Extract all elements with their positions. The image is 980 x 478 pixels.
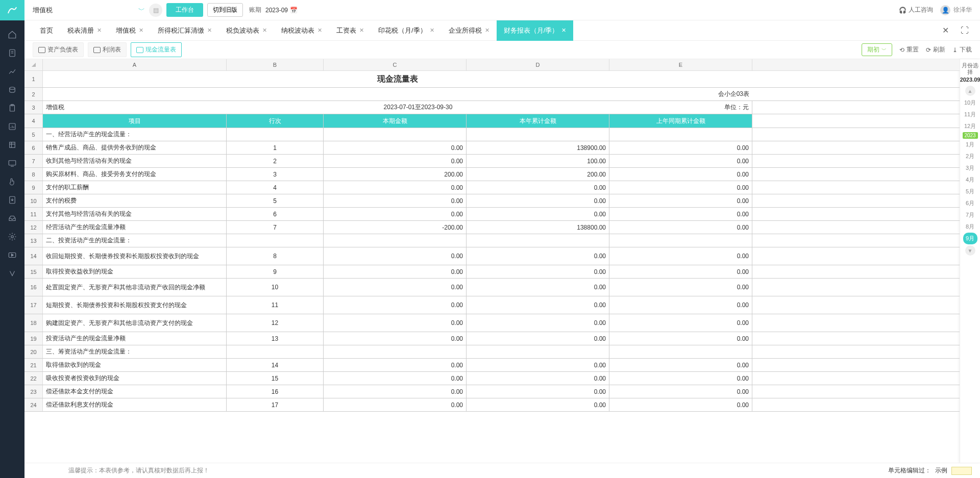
close-icon[interactable]: ✕ bbox=[139, 27, 143, 34]
cell[interactable]: 0.00 bbox=[467, 372, 609, 385]
cell[interactable] bbox=[324, 128, 467, 141]
cell[interactable]: 0.00 bbox=[324, 398, 467, 411]
subtab-资产负债表[interactable]: 资产负债表 bbox=[33, 42, 84, 57]
cell[interactable]: 0.00 bbox=[609, 372, 752, 385]
note-icon-button[interactable]: ▤ bbox=[149, 4, 162, 17]
cell[interactable]: 购建固定资产、无形资产和其他非流动资产支付的现金 bbox=[43, 314, 227, 332]
cell[interactable]: 支付的税费 bbox=[43, 194, 227, 207]
cell[interactable]: 0.00 bbox=[609, 314, 752, 332]
cell[interactable]: 7 bbox=[227, 221, 324, 234]
cell[interactable]: 3 bbox=[227, 168, 324, 181]
cell[interactable] bbox=[227, 128, 324, 141]
close-all-icon[interactable]: ✕ bbox=[938, 23, 952, 38]
cell[interactable]: 0.00 bbox=[324, 181, 467, 194]
cell[interactable]: 0.00 bbox=[467, 181, 609, 194]
cell[interactable]: 0.00 bbox=[467, 208, 609, 220]
download-button[interactable]: ⤓下载 bbox=[952, 45, 972, 54]
cell[interactable]: -200.00 bbox=[324, 221, 467, 234]
meta-company[interactable]: 增值税 bbox=[43, 101, 227, 114]
cell[interactable]: 11 bbox=[227, 296, 324, 314]
cell[interactable]: 支付的职工薪酬 bbox=[43, 181, 227, 194]
tab-财务报表（月/季）[interactable]: 财务报表（月/季）✕ bbox=[497, 20, 574, 41]
cell[interactable]: 0.00 bbox=[324, 359, 467, 371]
cell[interactable]: 0.00 bbox=[324, 265, 467, 278]
tab-印花税（月/季）[interactable]: 印花税（月/季）✕ bbox=[371, 20, 442, 41]
cell[interactable]: 0.00 bbox=[324, 247, 467, 265]
cell[interactable]: 0.00 bbox=[467, 314, 609, 332]
cell[interactable]: 200.00 bbox=[324, 168, 467, 181]
cell[interactable]: 14 bbox=[227, 359, 324, 371]
nav-screen-icon[interactable] bbox=[0, 154, 24, 172]
cell[interactable]: 收到其他与经营活动有关的现金 bbox=[43, 155, 227, 167]
meta-period[interactable]: 2023-07-01至2023-09-30 bbox=[227, 101, 609, 114]
cell[interactable]: 0.00 bbox=[324, 155, 467, 167]
company-selector[interactable]: 增值税 ﹀ bbox=[33, 6, 145, 15]
header-item[interactable]: 项目 bbox=[43, 114, 227, 128]
month-option[interactable]: 1月 bbox=[960, 139, 980, 150]
cell[interactable]: 5 bbox=[227, 194, 324, 207]
cell[interactable]: 0.00 bbox=[609, 398, 752, 411]
reset-button[interactable]: ⟲重置 bbox=[899, 45, 919, 54]
cell[interactable] bbox=[609, 234, 752, 247]
close-icon[interactable]: ✕ bbox=[97, 27, 102, 34]
month-option[interactable]: 5月 bbox=[960, 186, 980, 197]
fullscreen-icon[interactable]: ⛶ bbox=[958, 23, 972, 38]
cell[interactable]: 2 bbox=[227, 155, 324, 167]
nav-v-icon[interactable] bbox=[0, 264, 24, 283]
workbench-button[interactable]: 工作台 bbox=[166, 3, 203, 17]
cell[interactable]: 0.00 bbox=[609, 208, 752, 220]
tab-税表清册[interactable]: 税表清册✕ bbox=[60, 20, 109, 41]
header-current[interactable]: 本期金额 bbox=[324, 114, 467, 128]
cell[interactable]: 处置固定资产、无形资产和其他非流动资产收回的现金净额 bbox=[43, 279, 227, 296]
cell[interactable]: 三、筹资活动产生的现金流量： bbox=[43, 345, 227, 358]
cell[interactable] bbox=[227, 345, 324, 358]
cell[interactable]: 0.00 bbox=[467, 247, 609, 265]
cell[interactable]: 投资活动产生的现金流量净额 bbox=[43, 332, 227, 345]
nav-doc-icon[interactable] bbox=[0, 44, 24, 62]
cell[interactable]: 0.00 bbox=[609, 221, 752, 234]
cell[interactable]: 0.00 bbox=[609, 155, 752, 167]
cell[interactable]: 0.00 bbox=[609, 247, 752, 265]
cell[interactable]: 0.00 bbox=[467, 359, 609, 371]
cell[interactable]: 取得借款收到的现金 bbox=[43, 359, 227, 371]
cell[interactable]: 短期投资、长期债券投资和长期股权投资支付的现金 bbox=[43, 296, 227, 314]
month-option[interactable]: 2月 bbox=[960, 150, 980, 162]
cell[interactable]: 0.00 bbox=[467, 398, 609, 411]
month-option[interactable]: 4月 bbox=[960, 174, 980, 186]
cell[interactable]: 0.00 bbox=[609, 296, 752, 314]
cell[interactable]: 二、投资活动产生的现金流量： bbox=[43, 234, 227, 247]
tab-增值税[interactable]: 增值税✕ bbox=[109, 20, 151, 41]
tab-首页[interactable]: 首页 bbox=[33, 20, 60, 41]
col-header-a[interactable]: A bbox=[43, 59, 227, 70]
nav-inbox-icon[interactable] bbox=[0, 209, 24, 228]
close-icon[interactable]: ✕ bbox=[207, 27, 212, 34]
cell[interactable]: 0.00 bbox=[324, 296, 467, 314]
header-ytd[interactable]: 本年累计金额 bbox=[467, 114, 609, 128]
close-icon[interactable]: ✕ bbox=[317, 27, 322, 34]
cell[interactable] bbox=[467, 345, 609, 358]
sheet-title[interactable]: 现金流量表 bbox=[43, 71, 752, 87]
subtab-现金流量表[interactable]: 现金流量表 bbox=[131, 42, 182, 57]
close-icon[interactable]: ✕ bbox=[485, 27, 489, 34]
cell[interactable] bbox=[467, 234, 609, 247]
tab-工资表[interactable]: 工资表✕ bbox=[329, 20, 371, 41]
subtab-利润表[interactable]: 利润表 bbox=[88, 42, 127, 57]
cell[interactable]: 购买原材料、商品、接受劳务支付的现金 bbox=[43, 168, 227, 181]
meta-form-code[interactable]: 会小企03表 bbox=[43, 88, 752, 100]
cell[interactable]: 0.00 bbox=[467, 194, 609, 207]
tab-企业所得税[interactable]: 企业所得税✕ bbox=[442, 20, 497, 41]
meta-unit[interactable]: 单位：元 bbox=[609, 101, 752, 114]
nav-settings-icon[interactable] bbox=[0, 228, 24, 246]
cell[interactable]: 6 bbox=[227, 208, 324, 220]
month-option[interactable]: 12月 bbox=[960, 120, 980, 132]
cell[interactable] bbox=[227, 234, 324, 247]
tab-所得税汇算清缴[interactable]: 所得税汇算清缴✕ bbox=[151, 20, 219, 41]
cell[interactable]: 12 bbox=[227, 314, 324, 332]
cell[interactable]: 0.00 bbox=[324, 385, 467, 398]
cell[interactable]: 0.00 bbox=[609, 279, 752, 296]
cell[interactable] bbox=[609, 128, 752, 141]
cell[interactable] bbox=[467, 128, 609, 141]
cell[interactable]: 138800.00 bbox=[467, 221, 609, 234]
corner-cell[interactable] bbox=[24, 59, 43, 70]
cell[interactable]: 0.00 bbox=[324, 194, 467, 207]
